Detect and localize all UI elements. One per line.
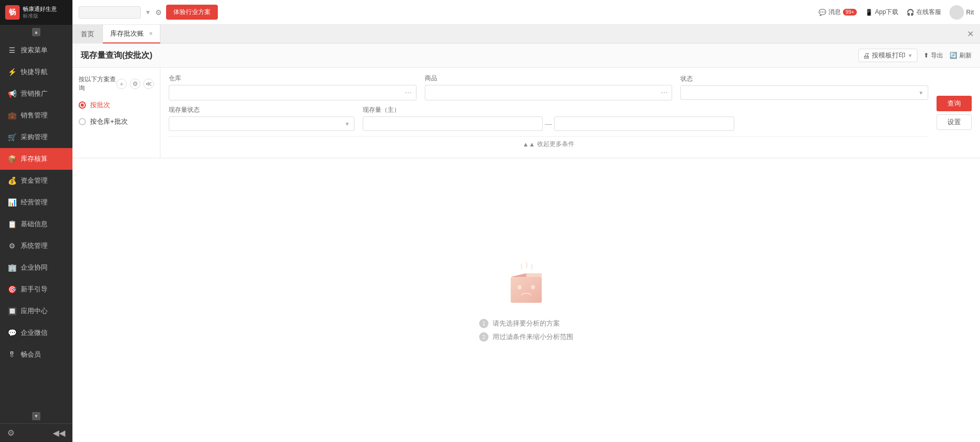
sidebar-item-sales[interactable]: 💼 销售管理 [0,105,72,126]
scheme-label-warehouse-batch: 按仓库+批次 [90,117,128,126]
settings-icon[interactable]: ⚙ [7,428,14,438]
system-icon: ⚙ [7,241,17,251]
sidebar-header: 畅 畅康通好生意 标准版 [0,0,72,25]
sidebar-item-enterprise-label: 企业协同 [21,263,48,272]
sidebar-item-finance[interactable]: 💰 资金管理 [0,170,72,191]
sidebar-item-search[interactable]: ☰ 搜索菜单 [0,39,72,61]
sidebar-item-member-label: 畅会员 [21,350,41,359]
product-label: 商品 [425,74,673,83]
sidebar-item-guide[interactable]: 🎯 新手引导 [0,278,72,300]
app-center-icon: 🔲 [7,306,17,316]
filter-sidebar: 按以下方案查询 ＋ ⚙ ≪ 按批次 按仓库+批次 [72,68,160,158]
print-label: 按模板打印 [872,51,905,60]
sidebar-item-operation[interactable]: 📊 经营管理 [0,191,72,213]
filter-sidebar-header: 按以下方案查询 ＋ ⚙ ≪ [72,73,160,97]
sidebar-scroll-up[interactable]: ▲ [32,28,40,36]
refresh-icon: 🔄 [949,52,957,59]
product-more-icon[interactable]: ··· [661,88,667,97]
tab-inventory-batch-label: 库存批次账 [110,29,144,38]
inventory-icon: 📦 [7,154,17,164]
warehouse-field: 仓库 ··· [169,74,417,100]
status-label: 状态 [680,75,928,83]
stock-qty-label: 现存量（主） [363,106,543,114]
sidebar-nav: ☰ 搜索菜单 ⚡ 快捷导航 📢 营销推广 💼 销售管理 🛒 采购管理 📦 库存核… [0,39,72,409]
sidebar-item-marketing[interactable]: 📢 营销推广 [0,83,72,105]
page-actions: 🖨 按模板打印 ▼ ⬆ 导出 🔄 刷新 [858,49,972,62]
status-input[interactable]: ▼ [680,85,928,100]
topbar: ▼ ⚙ 体验行业方案 💬 消息 99+ 📱 App下载 🎧 在线客服 Rit [72,0,980,25]
warehouse-input[interactable]: ··· [169,85,417,100]
tip-num-1: 1 [479,319,488,328]
stock-qty-to-input[interactable] [554,116,734,131]
enterprise-icon: 🏢 [7,263,17,272]
sidebar-item-app-center[interactable]: 🔲 应用中心 [0,300,72,322]
query-button[interactable]: 查询 [937,96,972,111]
sidebar-item-finance-label: 资金管理 [21,176,48,185]
sidebar-item-search-label: 搜索菜单 [21,46,48,55]
tip-text-1: 请先选择要分析的方案 [493,319,560,328]
quick-nav-icon: ⚡ [7,67,17,77]
sidebar-item-enterprise[interactable]: 🏢 企业协同 [0,257,72,278]
sidebar-item-system-label: 系统管理 [21,241,48,251]
tab-inventory-batch[interactable]: 库存批次账 × [103,25,160,43]
sidebar-item-basic[interactable]: 📋 基础信息 [0,213,72,235]
sidebar-item-quick-nav-label: 快捷导航 [21,67,48,77]
breadcrumb-input[interactable] [79,6,141,19]
sidebar-item-sales-label: 销售管理 [21,111,48,120]
settings-gear-icon[interactable]: ⚙ [155,8,162,17]
messages-item[interactable]: 💬 消息 99+ [819,8,857,17]
collapse-up-icon: ▲▲ [523,141,535,148]
tabs-close-all-button[interactable]: ✕ [961,25,980,43]
sidebar-footer: ⚙ ◀◀ [0,423,72,442]
filter-area: 按以下方案查询 ＋ ⚙ ≪ 按批次 按仓库+批次 [72,68,980,158]
filter-sidebar-icons: ＋ ⚙ ≪ [116,79,154,89]
collapse-scheme-icon[interactable]: ≪ [143,79,154,89]
sidebar-item-wechat[interactable]: 💬 企业微信 [0,322,72,344]
user-item[interactable]: Rit [949,5,974,20]
tab-close-icon[interactable]: × [149,30,153,37]
set-button[interactable]: 设置 [937,114,972,130]
online-service-item[interactable]: 🎧 在线客服 [907,8,941,17]
add-scheme-icon[interactable]: ＋ [116,79,127,89]
empty-tips: 1 请先选择要分析的方案 2 用过滤条件来缩小分析范围 [479,319,573,342]
filter-main-wrapper: 仓库 ··· 商品 ··· [160,68,937,158]
app-download-item[interactable]: 📱 App下载 [865,8,898,17]
status-chevron-icon: ▼ [918,90,924,96]
breadcrumb-chevron-icon: ▼ [145,9,151,16]
page-header: 现存量查询(按批次) 🖨 按模板打印 ▼ ⬆ 导出 🔄 刷新 [72,43,980,68]
product-field: 商品 ··· [425,74,673,100]
collapse-sidebar-icon[interactable]: ◀◀ [53,428,65,438]
collapse-filters-button[interactable]: ▲▲ 收起更多条件 [169,136,928,152]
scheme-item-batch[interactable]: 按批次 [72,97,160,113]
sidebar-item-system[interactable]: ⚙ 系统管理 [0,235,72,257]
sidebar-item-inventory[interactable]: 📦 库存核算 [0,148,72,170]
warehouse-more-icon[interactable]: ··· [405,88,411,97]
sidebar-item-member[interactable]: 🎖 畅会员 [0,344,72,365]
svg-point-4 [531,285,535,289]
stock-qty-field: 现存量（主） [363,106,543,131]
tab-home[interactable]: 首页 [72,25,103,43]
warehouse-label: 仓库 [169,74,417,83]
experience-industry-button[interactable]: 体验行业方案 [166,5,218,20]
stock-qty-from-input[interactable] [363,116,543,131]
stock-status-input[interactable]: ▼ [169,116,354,131]
sidebar-item-purchase[interactable]: 🛒 采购管理 [0,126,72,148]
refresh-label: 刷新 [959,51,972,60]
svg-marker-1 [511,273,526,277]
app-company: 畅康通好生意 [23,5,57,12]
product-input[interactable]: ··· [425,85,673,100]
sidebar-item-marketing-label: 营销推广 [21,89,48,98]
operation-icon: 📊 [7,198,17,207]
print-template-button[interactable]: 🖨 按模板打印 ▼ [858,49,917,62]
filter-row-2: 现存量状态 ▼ 现存量（主） [169,106,928,131]
tab-home-label: 首页 [81,30,94,39]
scheme-item-warehouse-batch[interactable]: 按仓库+批次 [72,113,160,130]
sidebar-scroll-down[interactable]: ▼ [32,412,40,420]
settings-scheme-icon[interactable]: ⚙ [130,79,140,89]
sidebar-item-quick-nav[interactable]: ⚡ 快捷导航 [0,61,72,83]
export-button[interactable]: ⬆ 导出 [924,51,943,60]
page-title: 现存量查询(按批次) [81,50,153,61]
stock-status-label: 现存量状态 [169,106,354,114]
refresh-button[interactable]: 🔄 刷新 [949,51,972,60]
sales-icon: 💼 [7,111,17,120]
